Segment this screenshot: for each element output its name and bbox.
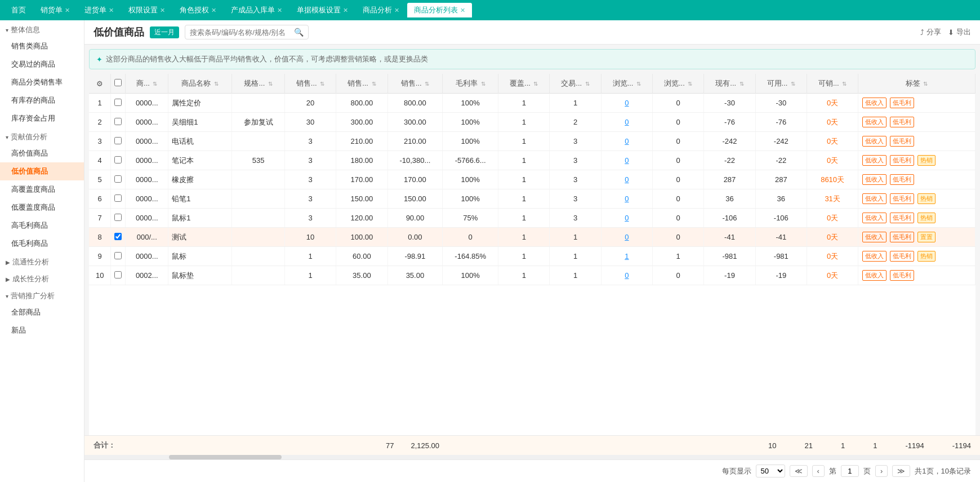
row-checkbox-cell[interactable] (111, 247, 126, 266)
row-checkbox-cell[interactable] (111, 209, 126, 228)
per-page-select[interactable]: 50 100 200 (756, 465, 785, 477)
nav-home[interactable]: 首页 (5, 3, 33, 17)
share-button[interactable]: ⤴ 分享 (920, 27, 941, 37)
row-browse1[interactable]: 0 (601, 170, 652, 189)
th-saleable[interactable]: 可销... ⇅ (807, 74, 858, 94)
row-checkbox-cell[interactable] (111, 132, 126, 151)
row-checkbox[interactable] (114, 252, 122, 259)
sidebar-item-high-margin[interactable]: 高毛利商品 (0, 216, 84, 235)
nav-purchase-order-close[interactable]: ✕ (109, 7, 114, 14)
sidebar-item-high-value[interactable]: 高价值商品 (0, 144, 84, 162)
row-checkbox[interactable] (114, 233, 122, 240)
sidebar-item-category-sales[interactable]: 商品分类销售率 (0, 73, 84, 91)
nav-role-auth[interactable]: 角色授权 ✕ (173, 3, 223, 17)
nav-permission-close[interactable]: ✕ (160, 7, 165, 14)
row-code: 0000... (126, 247, 168, 266)
th-tags[interactable]: 标签 ⇅ (858, 74, 975, 94)
row-browse1[interactable]: 0 (601, 113, 652, 132)
nav-goods-analysis[interactable]: 商品分析 ✕ (356, 3, 406, 17)
nav-goods-analysis-close[interactable]: ✕ (394, 7, 399, 14)
row-checkbox[interactable] (114, 175, 122, 183)
sidebar-item-low-margin[interactable]: 低毛利商品 (0, 235, 84, 253)
sidebar-item-low-value[interactable]: 低价值商品 (0, 162, 84, 180)
row-browse1[interactable]: 0 (601, 209, 652, 228)
page-prev-button[interactable]: ‹ (812, 465, 825, 477)
th-trade[interactable]: 交易... ⇅ (550, 74, 601, 94)
horizontal-scrollbar[interactable] (84, 455, 980, 459)
row-checkbox-cell[interactable] (111, 266, 126, 285)
sidebar-group-overall[interactable]: ▾ 整体信息 (0, 20, 84, 37)
sidebar-item-sales-goods[interactable]: 销售类商品 (0, 37, 84, 55)
page-last-button[interactable]: ≫ (892, 465, 910, 477)
scrollbar-thumb[interactable] (169, 455, 282, 459)
select-all-checkbox[interactable] (114, 79, 122, 86)
th-checkbox[interactable] (111, 74, 126, 94)
th-spec[interactable]: 规格... ⇅ (232, 74, 285, 94)
th-sales-count[interactable]: 销售... ⇅ (284, 74, 336, 94)
sidebar-item-all-goods[interactable]: 全部商品 (0, 303, 84, 321)
nav-template[interactable]: 单据模板设置 ✕ (290, 3, 355, 17)
search-input[interactable] (190, 28, 291, 37)
sidebar-group-marketing[interactable]: ▾ 营销推广分析 (0, 286, 84, 303)
page-next-button[interactable]: › (875, 465, 888, 477)
nav-product-in[interactable]: 产成品入库单 ✕ (224, 3, 289, 17)
row-browse1[interactable]: 0 (601, 189, 652, 209)
row-checkbox[interactable] (114, 271, 122, 278)
row-checkbox[interactable] (114, 99, 122, 106)
row-no: 7 (89, 209, 111, 228)
row-checkbox[interactable] (114, 137, 122, 144)
nav-product-in-close[interactable]: ✕ (277, 7, 282, 14)
row-browse1[interactable]: 0 (601, 132, 652, 151)
th-code[interactable]: 商... ⇅ (126, 74, 168, 94)
th-browse2[interactable]: 浏览... ⇅ (653, 74, 704, 94)
row-checkbox-cell[interactable] (111, 228, 126, 247)
row-checkbox-cell[interactable] (111, 170, 126, 189)
row-checkbox-cell[interactable] (111, 94, 126, 113)
export-button[interactable]: ⬇ 导出 (948, 27, 971, 37)
row-checkbox[interactable] (114, 214, 122, 221)
sidebar-item-low-coverage[interactable]: 低覆盖度商品 (0, 198, 84, 216)
nav-sales-order[interactable]: 销货单 ✕ (34, 3, 77, 17)
table-row: 3 0000... 电话机 3 210.00 210.00 100% 1 3 0… (89, 132, 975, 151)
row-browse1[interactable]: 0 (601, 266, 652, 285)
row-browse1[interactable]: 0 (601, 228, 652, 247)
row-browse1[interactable]: 0 (601, 94, 652, 113)
th-sales-amount[interactable]: 销售... ⇅ (336, 74, 387, 94)
th-stock[interactable]: 现有... ⇅ (704, 74, 755, 94)
row-checkbox-cell[interactable] (111, 151, 126, 170)
nav-goods-list-close[interactable]: ✕ (460, 7, 465, 14)
row-browse1[interactable]: 0 (601, 151, 652, 170)
nav-purchase-order[interactable]: 进货单 ✕ (78, 3, 121, 17)
row-checkbox-cell[interactable] (111, 113, 126, 132)
row-checkbox[interactable] (114, 118, 122, 125)
nav-goods-list[interactable]: 商品分析列表 ✕ (407, 3, 472, 17)
page-number-input[interactable] (841, 465, 859, 477)
period-badge[interactable]: 近一月 (150, 26, 179, 38)
th-settings[interactable]: ⚙ (89, 74, 111, 94)
sidebar-group-flow[interactable]: ▶ 流通性分析 (0, 253, 84, 269)
sidebar-item-stock-fund[interactable]: 库存资金占用 (0, 109, 84, 127)
sidebar-group-contribution[interactable]: ▾ 贡献值分析 (0, 127, 84, 144)
nav-template-close[interactable]: ✕ (343, 7, 348, 14)
th-sales-profit[interactable]: 销售... ⇅ (387, 74, 443, 94)
row-browse1[interactable]: 1 (601, 247, 652, 266)
page-first-button[interactable]: ≪ (790, 465, 808, 477)
row-checkbox[interactable] (114, 156, 122, 163)
nav-role-auth-close[interactable]: ✕ (211, 7, 216, 14)
th-coverage[interactable]: 覆盖... ⇅ (498, 74, 550, 94)
sidebar-item-stock-goods[interactable]: 有库存的商品 (0, 91, 84, 109)
row-available: -981 (755, 247, 807, 266)
nav-permission[interactable]: 权限设置 ✕ (122, 3, 172, 17)
th-browse1[interactable]: 浏览... ⇅ (601, 74, 652, 94)
sidebar-group-growth[interactable]: ▶ 成长性分析 (0, 269, 84, 286)
th-name[interactable]: 商品名称 ⇅ (168, 74, 232, 94)
row-checkbox-cell[interactable] (111, 189, 126, 209)
search-icon[interactable]: 🔍 (294, 28, 304, 37)
sidebar-item-traded-goods[interactable]: 交易过的商品 (0, 55, 84, 73)
sidebar-item-new-goods[interactable]: 新品 (0, 321, 84, 339)
th-margin[interactable]: 毛利率 ⇅ (443, 74, 498, 94)
sidebar-item-high-coverage[interactable]: 高覆盖度商品 (0, 180, 84, 198)
th-available[interactable]: 可用... ⇅ (755, 74, 807, 94)
nav-sales-order-close[interactable]: ✕ (65, 7, 70, 14)
row-checkbox[interactable] (114, 194, 122, 202)
